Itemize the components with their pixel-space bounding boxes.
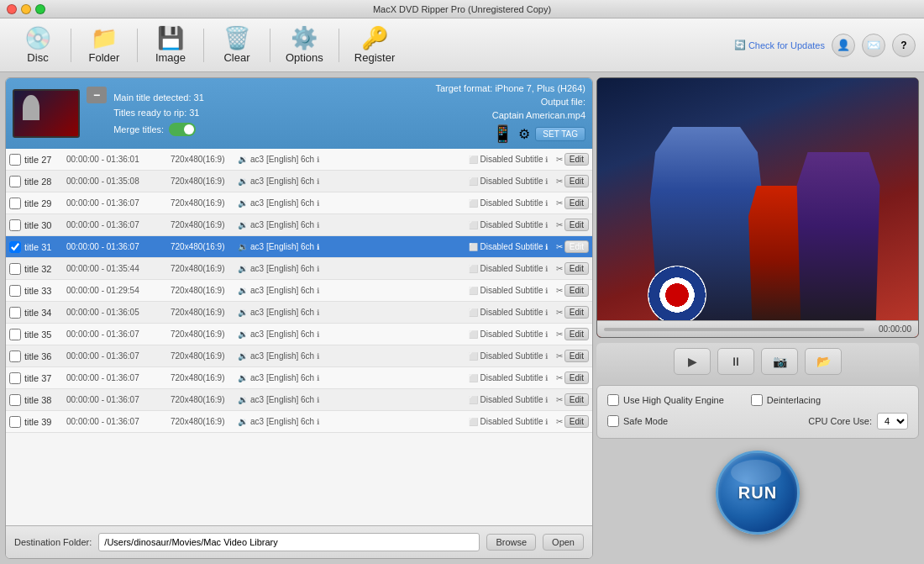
edit-button[interactable]: Edit — [564, 372, 589, 384]
row-checkbox[interactable] — [9, 154, 21, 166]
scissors-icon: ✂ — [556, 264, 563, 273]
table-row[interactable]: title 39 00:00:00 - 01:36:07 720x480(16:… — [6, 411, 592, 433]
table-row[interactable]: title 28 00:00:00 - 01:35:08 720x480(16:… — [6, 171, 592, 192]
options-icon: ⚙️ — [291, 27, 318, 49]
check-updates-link[interactable]: 🔄 Check for Updates — [734, 40, 825, 50]
row-time: 00:00:00 - 01:36:07 — [66, 351, 167, 361]
speaker-icon: 🔉 — [238, 395, 248, 404]
destination-input[interactable] — [98, 533, 480, 551]
options-button[interactable]: ⚙️ Options — [274, 22, 335, 69]
user-button[interactable]: 👤 — [832, 34, 855, 57]
shield-icon — [648, 266, 706, 324]
high-quality-checkbox[interactable] — [607, 394, 619, 406]
run-container: RUN — [596, 444, 919, 541]
speaker-icon: 🔉 — [238, 220, 248, 229]
table-row[interactable]: title 35 00:00:00 - 01:36:07 720x480(16:… — [6, 324, 592, 345]
run-button[interactable]: RUN — [716, 451, 800, 535]
row-checkbox[interactable] — [9, 307, 21, 319]
table-row[interactable]: title 37 00:00:00 - 01:36:07 720x480(16:… — [6, 367, 592, 389]
row-checkbox[interactable] — [9, 176, 21, 187]
row-checkbox[interactable] — [9, 329, 21, 340]
safe-mode-label: Safe Mode — [623, 416, 668, 426]
row-resolution: 720x480(16:9) — [171, 155, 234, 164]
high-quality-option[interactable]: Use High Quality Engine — [607, 394, 724, 406]
table-row[interactable]: title 27 00:00:00 - 01:36:01 720x480(16:… — [6, 149, 592, 171]
edit-button[interactable]: Edit — [564, 393, 589, 406]
help-button[interactable]: ? — [892, 34, 916, 57]
destination-label: Destination Folder: — [14, 537, 92, 547]
row-subtitle: ⬜ Disabled Subtitle ℹ — [469, 395, 553, 404]
pause-button[interactable]: ⏸ — [717, 348, 754, 375]
subtitle-info-icon: ℹ — [545, 155, 548, 164]
folder-icon: 📁 — [91, 27, 118, 49]
set-tag-button[interactable]: SET TAG — [535, 127, 585, 141]
deinterlacing-option[interactable]: Deinterlacing — [751, 394, 821, 406]
info-icon: ℹ — [317, 265, 319, 273]
row-checkbox[interactable] — [9, 285, 21, 297]
image-button[interactable]: 💾 Image — [141, 22, 200, 69]
edit-button[interactable]: Edit — [564, 219, 589, 231]
table-row[interactable]: title 33 00:00:00 - 01:29:54 720x480(16:… — [6, 280, 592, 302]
table-row[interactable]: title 32 00:00:00 - 01:35:44 720x480(16:… — [6, 258, 592, 280]
clear-button[interactable]: 🗑️ Clear — [207, 22, 266, 69]
edit-button[interactable]: Edit — [564, 153, 589, 166]
row-subtitle: ⬜ Disabled Subtitle ℹ — [469, 177, 553, 186]
deinterlacing-checkbox[interactable] — [751, 394, 763, 406]
disc-button[interactable]: 💿 Disc — [8, 22, 67, 69]
edit-button[interactable]: Edit — [564, 240, 589, 253]
row-audio: 🔉 ac3 [English] 6ch ℹ — [238, 220, 465, 229]
info-icon: ℹ — [317, 396, 319, 404]
table-row[interactable]: title 30 00:00:00 - 01:36:07 720x480(16:… — [6, 214, 592, 236]
edit-button[interactable]: Edit — [564, 328, 589, 340]
row-checkbox[interactable] — [9, 372, 21, 384]
close-button[interactable] — [7, 4, 17, 14]
open-button[interactable]: Open — [543, 534, 584, 551]
table-row[interactable]: title 38 00:00:00 - 01:36:07 720x480(16:… — [6, 389, 592, 411]
row-checkbox[interactable] — [9, 198, 21, 209]
maximize-button[interactable] — [35, 4, 45, 14]
folder-open-button[interactable]: 📂 — [805, 348, 842, 375]
edit-button[interactable]: Edit — [564, 306, 589, 319]
safe-mode-option[interactable]: Safe Mode — [607, 415, 668, 427]
toolbar-separator-5 — [339, 29, 339, 62]
table-row[interactable]: title 29 00:00:00 - 01:36:07 720x480(16:… — [6, 192, 592, 214]
edit-button[interactable]: Edit — [564, 175, 589, 187]
row-checkbox[interactable] — [9, 263, 21, 275]
row-resolution: 720x480(16:9) — [171, 242, 234, 251]
progress-bar[interactable] — [604, 328, 864, 331]
row-edit-controls: ✂ Edit — [556, 197, 589, 209]
table-row[interactable]: title 31 00:00:00 - 01:36:07 720x480(16:… — [6, 236, 592, 258]
edit-button[interactable]: Edit — [564, 262, 589, 275]
info-text: Main title detected: 31 Titles ready to … — [113, 91, 428, 135]
edit-button[interactable]: Edit — [564, 350, 589, 362]
row-checkbox[interactable] — [9, 351, 21, 362]
row-checkbox[interactable] — [9, 394, 21, 406]
mail-button[interactable]: ✉️ — [862, 34, 885, 57]
table-row[interactable]: title 36 00:00:00 - 01:36:07 720x480(16:… — [6, 345, 592, 367]
minimize-button[interactable] — [21, 4, 31, 14]
deinterlacing-label: Deinterlacing — [767, 395, 821, 405]
scissors-icon: ✂ — [556, 177, 563, 186]
row-checkbox[interactable] — [9, 219, 21, 231]
row-edit-controls: ✂ Edit — [556, 240, 589, 253]
image-icon: 💾 — [157, 27, 184, 49]
collapse-button[interactable]: − — [87, 87, 107, 103]
merge-toggle[interactable] — [169, 123, 196, 136]
cpu-core-select[interactable]: 1 2 3 4 8 — [877, 413, 908, 430]
row-audio: 🔉 ac3 [English] 6ch ℹ — [238, 198, 465, 208]
row-subtitle: ⬜ Disabled Subtitle ℹ — [469, 373, 553, 382]
row-checkbox[interactable] — [9, 241, 21, 253]
play-button[interactable]: ▶ — [674, 348, 711, 375]
safe-mode-checkbox[interactable] — [607, 415, 619, 427]
refresh-icon: 🔄 — [734, 40, 746, 50]
folder-button[interactable]: 📁 Folder — [75, 22, 134, 69]
edit-button[interactable]: Edit — [564, 284, 589, 297]
row-checkbox[interactable] — [9, 416, 21, 428]
register-button[interactable]: 🔑 Register — [343, 22, 407, 69]
screenshot-button[interactable]: 📷 — [761, 348, 798, 375]
title-list[interactable]: title 27 00:00:00 - 01:36:01 720x480(16:… — [6, 149, 592, 525]
edit-button[interactable]: Edit — [564, 415, 589, 428]
edit-button[interactable]: Edit — [564, 197, 589, 209]
table-row[interactable]: title 34 00:00:00 - 01:36:05 720x480(16:… — [6, 302, 592, 324]
browse-button[interactable]: Browse — [486, 534, 536, 551]
